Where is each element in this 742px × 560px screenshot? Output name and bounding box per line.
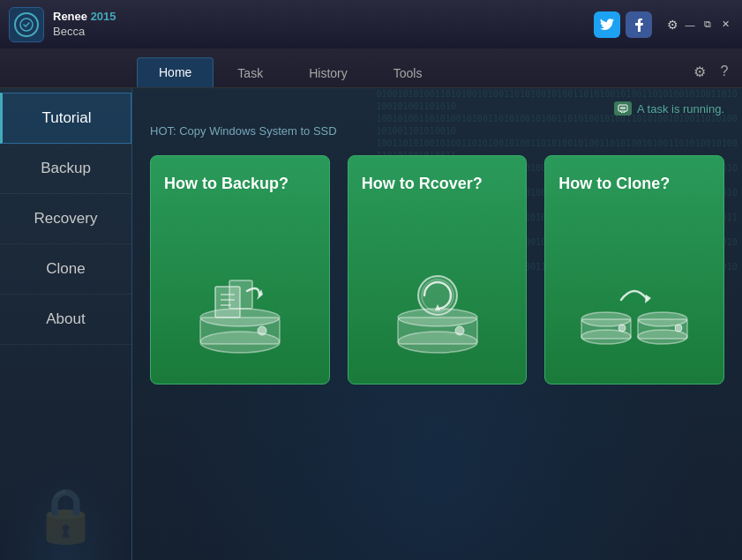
svg-rect-2 xyxy=(620,107,626,109)
tab-history[interactable]: History xyxy=(287,58,370,87)
sidebar-item-backup[interactable]: Backup xyxy=(0,144,131,194)
restore-button[interactable]: ⧉ xyxy=(700,17,716,33)
sidebar-item-clone[interactable]: Clone xyxy=(0,244,131,295)
tab-help-icon[interactable]: ? xyxy=(716,63,733,80)
app-name-prefix: Renee xyxy=(53,10,91,23)
backup-icon xyxy=(187,265,293,362)
tab-bar-actions: ⚙ ? xyxy=(691,63,733,80)
facebook-button[interactable] xyxy=(626,11,652,38)
backup-card-title: How to Backup? xyxy=(164,174,289,194)
sidebar-item-tutorial[interactable]: Tutorial xyxy=(0,93,131,144)
settings-icon[interactable]: ⚙ xyxy=(664,17,680,33)
twitter-button[interactable] xyxy=(594,11,620,38)
status-indicator: A task is running. xyxy=(614,101,724,116)
title-bar-right: ⚙ — ⧉ ✕ xyxy=(594,11,733,38)
app-logo xyxy=(9,7,44,42)
clone-card-icon-area xyxy=(558,260,710,366)
svg-point-23 xyxy=(618,325,626,332)
svg-point-22 xyxy=(581,312,631,326)
clone-card[interactable]: How to Clone? xyxy=(544,155,724,385)
status-bar: A task is running. xyxy=(150,101,724,116)
tab-bar: Home Task History Tools ⚙ ? xyxy=(0,49,742,88)
title-bar: Renee 2015 Becca ⚙ — ⧉ ✕ xyxy=(0,0,742,49)
clone-icon xyxy=(573,265,696,362)
backup-card-icon-area xyxy=(164,260,316,366)
sidebar-item-recovery[interactable]: Recovery xyxy=(0,194,131,244)
svg-point-27 xyxy=(675,325,682,332)
window-controls: ⚙ — ⧉ ✕ xyxy=(664,17,733,33)
logo-icon xyxy=(14,12,39,37)
recover-icon xyxy=(385,265,491,362)
svg-rect-11 xyxy=(229,280,252,309)
svg-marker-28 xyxy=(645,295,651,303)
svg-point-26 xyxy=(638,312,687,326)
recover-card-title: How to Rcover? xyxy=(362,174,483,194)
app-subtitle: Becca xyxy=(53,25,116,40)
app-year: 2015 xyxy=(91,10,116,23)
sidebar: Tutorial Backup Recovery Clone About 🔒 xyxy=(0,88,132,560)
sidebar-item-about[interactable]: About xyxy=(0,295,131,345)
status-text: A task is running. xyxy=(637,102,724,116)
recover-card[interactable]: How to Rcover? xyxy=(348,155,528,385)
clone-card-title: How to Clone? xyxy=(558,174,670,194)
tab-settings-icon[interactable]: ⚙ xyxy=(691,63,708,80)
main-layout: Tutorial Backup Recovery Clone About 🔒 0… xyxy=(0,88,742,560)
backup-card[interactable]: How to Backup? xyxy=(150,155,330,385)
cards-row: How to Backup? xyxy=(150,155,724,385)
hot-notice: HOT: Copy Windows System to SSD xyxy=(150,124,724,138)
close-button[interactable]: ✕ xyxy=(717,17,733,33)
svg-point-6 xyxy=(258,326,266,335)
app-title: Renee 2015 Becca xyxy=(53,10,116,40)
tab-home[interactable]: Home xyxy=(137,57,214,87)
recover-card-icon-area xyxy=(362,260,513,366)
sidebar-decoration: 🔒 xyxy=(0,471,131,560)
tab-task[interactable]: Task xyxy=(215,58,285,87)
status-icon xyxy=(614,101,632,116)
tab-tools[interactable]: Tools xyxy=(371,58,445,87)
minimize-button[interactable]: — xyxy=(682,17,698,33)
content-area: 0100101010011010100101001101010010100110… xyxy=(132,88,742,560)
svg-point-16 xyxy=(455,326,464,335)
